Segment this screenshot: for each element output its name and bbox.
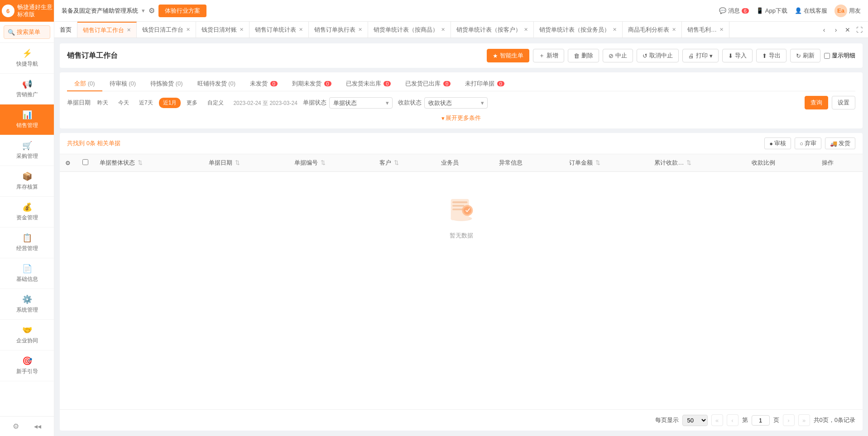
stop-button[interactable]: ⊘ 中止 — [603, 49, 633, 62]
tab-sales-stats[interactable]: 销售订单统计表 ✕ — [249, 22, 309, 38]
date-btn-more[interactable]: 更多 — [182, 98, 201, 108]
filter-tab-unshipped[interactable]: 未发货 0 — [243, 77, 285, 91]
show-detail-input[interactable] — [824, 53, 830, 59]
message-button[interactable]: 💬 消息 6 — [719, 7, 749, 15]
close-icon[interactable]: ✕ — [441, 27, 445, 33]
prev-page-button[interactable]: ‹ — [727, 414, 739, 426]
sidebar-item-nav[interactable]: ⚡ 快捷导航 — [0, 43, 54, 74]
close-icon[interactable]: ✕ — [358, 27, 362, 33]
tab-sales-customer[interactable]: 销货单统计表（按客户） ✕ — [451, 22, 534, 38]
col-accumulated: 累计收款… ⇅ — [649, 154, 746, 172]
page-label: 第 — [742, 416, 748, 424]
export-button[interactable]: ⬆ 导出 — [756, 49, 786, 62]
print-button[interactable]: 🖨 打印 ▾ — [682, 49, 719, 62]
sidebar-item-guide[interactable]: 🎯 新手引导 — [0, 351, 54, 381]
tab-sales-exec[interactable]: 销售订单执行表 ✕ — [309, 22, 368, 38]
filter-tab-overdue[interactable]: 到期未发货 0 — [285, 77, 339, 91]
close-icon[interactable]: ✕ — [186, 27, 190, 33]
sidebar-item-system[interactable]: ⚙️ 系统管理 — [0, 289, 54, 320]
tab-home[interactable]: 首页 — [54, 22, 77, 38]
tabbar-controls: ‹ › ✕ ⛶ — [815, 25, 868, 35]
cancel-stop-button[interactable]: ↺ 取消中止 — [637, 49, 679, 62]
close-icon[interactable]: ✕ — [719, 27, 724, 33]
delete-button[interactable]: 🗑 删除 — [568, 49, 599, 62]
smart-create-button[interactable]: ★ 智能生单 — [487, 49, 529, 62]
tab-cash-reconcile[interactable]: 钱货日清对账 ✕ — [196, 22, 249, 38]
date-btn-yesterday[interactable]: 昨天 — [93, 98, 112, 108]
import-button[interactable]: ⬇ 导入 — [722, 49, 753, 62]
page-size-select[interactable]: 50 10 20 100 — [682, 415, 708, 426]
tab-sales-staff[interactable]: 销货单统计表（按业务员） ✕ — [534, 22, 623, 38]
ship-button[interactable]: 🚚 发货 — [825, 137, 855, 149]
close-icon[interactable]: ✕ — [672, 27, 676, 33]
search-icon: 🔍 — [8, 29, 15, 36]
refresh-button[interactable]: ↻ 刷新 — [790, 49, 820, 62]
sidebar-settings-btn[interactable]: ⚙ — [13, 422, 19, 431]
trial-button[interactable]: 体验行业方案 — [158, 5, 206, 17]
abandon-review-button[interactable]: ○ 弃审 — [795, 137, 821, 149]
sidebar-nav: ⚡ 快捷导航 📢 营销推广 📊 销售管理 🛒 采购管理 📦 库存核算 💰 资金管… — [0, 43, 54, 416]
add-button[interactable]: ＋ 新增 — [533, 49, 564, 62]
filter-tab-unprinted[interactable]: 未打印单据 0 — [458, 77, 512, 91]
filter-tab-all[interactable]: 全部 (0) — [67, 77, 102, 91]
close-icon[interactable]: ✕ — [613, 27, 617, 33]
filter-tab-pending-review[interactable]: 待审核 (0) — [102, 77, 144, 91]
date-btn-today[interactable]: 今天 — [114, 98, 133, 108]
close-icon[interactable]: ✕ — [524, 27, 528, 33]
receipt-select[interactable]: 收款状态 — [424, 97, 488, 109]
svg-rect-3 — [452, 205, 465, 206]
date-btn-custom[interactable]: 自定义 — [203, 98, 228, 108]
tab-close-all-btn[interactable]: ✕ — [843, 25, 853, 35]
tab-cash-daily[interactable]: 钱货日清工作台 ✕ — [137, 22, 196, 38]
date-btn-7days[interactable]: 近7天 — [135, 98, 157, 108]
tab-sales-goods[interactable]: 销货单统计表（按商品） ✕ — [368, 22, 451, 38]
query-button[interactable]: 查询 — [805, 96, 828, 109]
tab-sales-profit[interactable]: 销售毛利… ✕ — [682, 22, 729, 38]
date-btn-1month[interactable]: 近1月 — [159, 98, 181, 108]
settings-button[interactable]: 设置 — [832, 96, 855, 109]
filter-tab-wangpu[interactable]: 旺铺待发货 (0) — [190, 77, 243, 91]
close-icon[interactable]: ✕ — [240, 27, 244, 33]
filter-tab-shipped-no-out[interactable]: 已发货未出库 0 — [339, 77, 398, 91]
status-select[interactable]: 单据状态 — [329, 97, 393, 109]
review-button[interactable]: ● 审核 — [764, 137, 791, 149]
select-all-checkbox[interactable] — [82, 159, 88, 165]
sidebar-item-inventory[interactable]: 📦 库存核算 — [0, 166, 54, 197]
app-download-button[interactable]: 📱 App下载 — [756, 7, 787, 15]
user-menu[interactable]: Ea 用友 — [834, 5, 861, 17]
sidebar-item-finance[interactable]: 💰 资金管理 — [0, 197, 54, 227]
sidebar-item-operation[interactable]: 📋 经营管理 — [0, 227, 54, 258]
col-number: 单据编号 ⇅ — [289, 154, 374, 172]
print-icon: 🖨 — [688, 52, 694, 59]
refresh-icon: ↻ — [796, 52, 801, 59]
sidebar-item-purchase[interactable]: 🛒 采购管理 — [0, 135, 54, 166]
empty-state: 暂无数据 — [60, 172, 863, 258]
show-detail-checkbox[interactable]: 显示明细 — [824, 52, 855, 60]
filter-tab-pending-check[interactable]: 待拣验货 (0) — [143, 77, 190, 91]
sidebar-item-sales[interactable]: 📊 销售管理 — [0, 104, 54, 135]
tab-scroll-prev-btn[interactable]: ‹ — [819, 25, 829, 35]
col-staff: 业务员 — [436, 154, 494, 172]
tab-profit-analysis[interactable]: 商品毛利分析表 ✕ — [623, 22, 682, 38]
topbar-settings-icon[interactable]: ⚙ — [149, 6, 155, 15]
filter-tab-shipped-out[interactable]: 已发货已出库 0 — [398, 77, 458, 91]
tab-label: 销售订单执行表 — [314, 26, 355, 34]
close-icon[interactable]: ✕ — [299, 27, 303, 33]
tab-sales-workbench[interactable]: 销售订单工作台 ✕ — [77, 22, 137, 38]
sidebar-item-base-info[interactable]: 📄 基础信息 — [0, 258, 54, 289]
online-service-button[interactable]: 👤 在线客服 — [795, 7, 827, 15]
page-number-input[interactable] — [752, 415, 770, 426]
tab-scroll-next-btn[interactable]: › — [831, 25, 841, 35]
page-title: 销售订单工作台 — [67, 51, 118, 61]
next-page-button[interactable]: › — [783, 414, 795, 426]
topbar: 装备及固定资产辅助管理系统 ▾ ⚙ 体验行业方案 💬 消息 6 📱 App下载 … — [54, 0, 868, 22]
sidebar-item-marketing[interactable]: 📢 营销推广 — [0, 74, 54, 104]
last-page-button[interactable]: » — [798, 414, 810, 426]
sidebar-collapse-btn[interactable]: ◂◂ — [34, 422, 41, 431]
close-icon[interactable]: ✕ — [127, 27, 131, 33]
tab-fullscreen-btn[interactable]: ⛶ — [854, 25, 864, 35]
expand-conditions-button[interactable]: ▾ 展开更多条件 — [438, 112, 484, 124]
sidebar-item-cooperation[interactable]: 🤝 企业协同 — [0, 320, 54, 351]
first-page-button[interactable]: « — [711, 414, 723, 426]
search-menu-button[interactable]: 🔍 搜索菜单 — [4, 25, 50, 39]
